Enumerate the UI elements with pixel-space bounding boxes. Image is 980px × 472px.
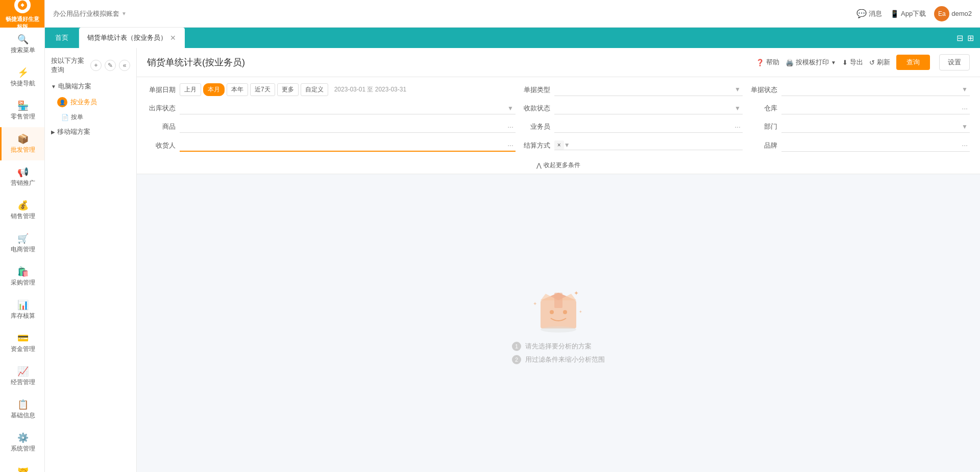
topbar-left: 办公用品行业模拟账套 ▼ [53,9,127,18]
salesman-input[interactable] [554,121,734,132]
marketing-icon: 📢 [4,167,42,178]
doc-type-select[interactable]: ▼ [554,84,743,96]
filter-row-2: 出库状态 ▼ 收款状态 ▼ [147,102,970,114]
sub-item-by-order[interactable]: 📄 按单 [45,110,136,124]
step-2-icon: 2 [512,355,521,364]
settle-method-tag-close[interactable]: × [557,141,561,149]
collapse-up-icon: ⋀ [536,162,542,169]
export-btn[interactable]: ⬇ 导出 [842,58,863,67]
user-menu[interactable]: Ea demo2 [934,6,972,21]
this-month-btn[interactable]: 本月 [203,83,225,96]
page-header: 销货单统计表(按业务员) ❓ 帮助 🖨️ 按模板打印 ▼ ⬇ 导出 [137,48,980,77]
doc-type-arrow-icon: ▼ [734,86,743,93]
last-7-days-btn[interactable]: 近7天 [250,83,275,96]
receiver-select[interactable]: ··· [180,139,516,152]
template-print-btn[interactable]: 🖨️ 按模板打印 ▼ [786,58,836,67]
finance-icon: 💳 [4,333,42,344]
pc-section: ▼ 电脑端方案 👤 按业务员 📄 按单 [45,79,136,124]
dept-arrow: ▼ [962,123,970,130]
sidebar-item-system[interactable]: ⚙️ 系统管理 [0,426,44,459]
brand-select[interactable]: ··· [781,139,970,152]
content-area: 按以下方案查询 + ✎ « ▼ 电脑端方案 👤 按业务员 📄 [45,48,980,472]
warehouse-input[interactable] [781,102,962,114]
sidebar-item-search[interactable]: 🔍 搜索菜单 [0,28,44,61]
sidebar-item-basic[interactable]: 📋 基础信息 [0,393,44,426]
doc-status-select[interactable]: ▼ [781,84,970,96]
maximize-icon[interactable]: ⊞ [967,33,974,43]
sidebar-item-wholesale[interactable]: 📦 批发管理 [0,127,44,160]
sidebar-item-operation[interactable]: 📈 经营管理 [0,360,44,393]
more-btn[interactable]: 更多 [277,83,299,96]
plan-item-salesman[interactable]: 👤 按业务员 [45,94,136,110]
purchase-icon: 🛍️ [4,266,42,277]
app-download-label: App下载 [901,9,926,18]
triangle-right-icon: ▶ [51,129,55,135]
tab-sales-stats[interactable]: 销货单统计表（按业务员） ✕ [79,28,185,48]
brand-input[interactable] [781,139,962,151]
last-month-btn[interactable]: 上月 [180,83,201,96]
minimize-icon[interactable]: ⊟ [957,33,963,43]
custom-btn[interactable]: 自定义 [301,83,328,96]
payment-status-select[interactable]: ▼ [554,102,743,114]
sidebar-item-finance[interactable]: 💳 资金管理 [0,326,44,360]
avatar: Ea [934,6,949,21]
refresh-btn[interactable]: ↺ 刷新 [869,58,890,67]
topbar: 办公用品行业模拟账套 ▼ 💬 消息 📱 App下载 Ea demo2 [45,0,980,28]
edit-plan-btn[interactable]: ✎ [105,60,116,71]
basic-icon: 📋 [4,399,42,410]
dept-input[interactable] [781,121,962,132]
sidebar-item-marketing[interactable]: 📢 营销推广 [0,160,44,194]
goods-select[interactable]: ··· [180,121,516,133]
settings-button[interactable]: 设置 [939,54,970,70]
receiver-input[interactable] [180,139,507,151]
main-content: ✦ ✦ ✦ 1 请先选择要分析的方案 2 用过滤条件来缩小分析范围 [137,174,980,472]
account-dropdown[interactable]: 办公用品行业模拟账套 ▼ [53,9,127,18]
sidebar-item-retail[interactable]: 🏪 零售管理 [0,94,44,127]
goods-input[interactable] [180,121,507,132]
settle-method-select[interactable]: × ▼ [554,140,743,150]
this-year-btn[interactable]: 本年 [227,83,248,96]
account-name: 办公用品行业模拟账套 [53,9,119,18]
tab-close-btn[interactable]: ✕ [170,34,176,42]
doc-type-input[interactable] [554,84,734,96]
receiver-label: 收货人 [147,141,176,150]
payment-status-label: 收款状态 [522,104,550,113]
tabbar: 首页 销货单统计表（按业务员） ✕ ⊟ ⊞ [45,28,980,48]
doc-type-group: 单据类型 ▼ [522,84,743,96]
sidebar-item-purchase[interactable]: 🛍️ 采购管理 [0,260,44,293]
payment-status-group: 收款状态 ▼ [522,102,743,114]
filter-area: 单据日期 上月 本月 本年 近7天 更多 自定义 2023-03-01 至 20… [137,77,980,174]
print-icon: 🖨️ [786,59,794,66]
sidebar-item-enterprise[interactable]: 🤝 企业协同 [0,459,44,472]
goods-group: 商品 ··· [147,121,516,133]
dept-select[interactable]: ▼ [781,121,970,133]
sidebar-item-sales[interactable]: 💰 销售管理 [0,194,44,227]
stock-status-input[interactable] [180,102,507,114]
panel-actions: + ✎ « [90,60,130,71]
sidebar-item-ecommerce[interactable]: 🛒 电商管理 [0,227,44,260]
mobile-section-header[interactable]: ▶ 移动端方案 [45,124,136,139]
collapse-panel-btn[interactable]: « [119,60,130,71]
query-button[interactable]: 查询 [896,55,930,70]
doc-type-label: 单据类型 [522,85,550,95]
add-plan-btn[interactable]: + [90,60,102,71]
payment-status-input[interactable] [554,102,734,114]
help-btn[interactable]: ❓ 帮助 [756,58,779,67]
brand-dots-icon: ··· [962,141,970,149]
app-download-btn[interactable]: 📱 App下载 [890,9,926,18]
warehouse-select[interactable]: ··· [781,102,970,114]
doc-status-input[interactable] [781,84,962,96]
enterprise-icon: 🤝 [4,465,42,472]
stock-status-select[interactable]: ▼ [180,102,516,114]
tab-home[interactable]: 首页 [45,28,79,48]
sidebar-item-quick[interactable]: ⚡ 快捷导航 [0,61,44,94]
pc-section-header[interactable]: ▼ 电脑端方案 [45,79,136,94]
goods-dots-icon: ··· [507,123,516,131]
sidebar-item-inventory[interactable]: 📊 库存核算 [0,293,44,326]
collapse-filters-btn[interactable]: ⋀ 收起更多条件 [147,158,970,174]
salesman-select[interactable]: ··· [554,121,743,133]
svg-point-5 [541,326,576,333]
message-btn[interactable]: 💬 消息 [856,9,882,18]
message-label: 消息 [869,9,882,18]
salesman-label: 业务员 [522,122,550,131]
